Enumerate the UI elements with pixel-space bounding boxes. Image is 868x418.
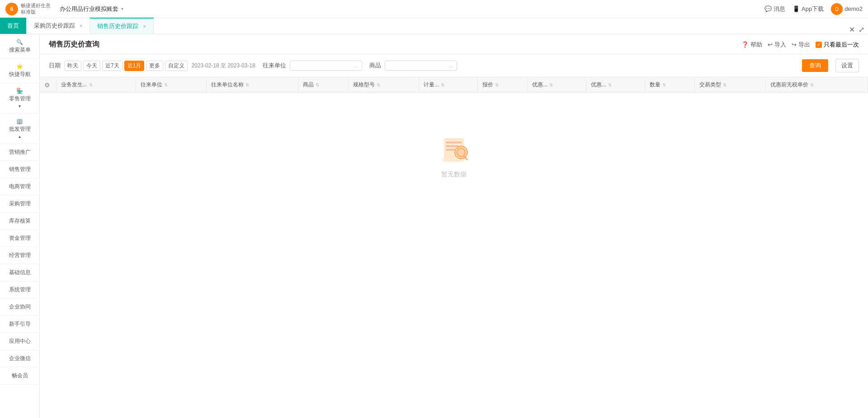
app-icon: 📱 <box>793 5 800 12</box>
import-icon: ↩ <box>768 41 773 48</box>
date-shortcuts: 昨天 今天 近7天 近1月 更多 自定义 <box>64 61 188 71</box>
partner-label: 往来单位 <box>263 62 286 70</box>
message-action[interactable]: 💬 消息 <box>764 5 785 13</box>
sort-biz-date-icon[interactable]: ⇅ <box>89 82 93 87</box>
breadcrumb-dropdown-icon[interactable]: ▾ <box>121 6 123 11</box>
sidebar-item-finance[interactable]: 资金管理 <box>0 230 39 247</box>
last-only-checkbox[interactable]: ✓ 只看最后一次 <box>816 41 859 49</box>
sidebar-item-enterprise[interactable]: 企业协同 <box>0 299 39 316</box>
sidebar-item-retail[interactable]: 🏪 零售管理 ▾ <box>0 83 39 114</box>
th-partner-code: 往来单位 ⇅ <box>136 77 207 93</box>
logo-icon: 6 <box>5 3 18 15</box>
date-btn-custom[interactable]: 自定义 <box>165 61 188 71</box>
logo-area: 6 畅捷通好生意 标准版 <box>5 3 51 15</box>
svg-rect-3 <box>446 145 458 147</box>
tab-sales-close[interactable]: × <box>143 24 146 29</box>
sort-discount1-icon[interactable]: ⇅ <box>549 82 553 87</box>
sidebar-item-wechat[interactable]: 企业微信 <box>0 350 39 367</box>
query-button[interactable]: 查询 <box>802 59 828 72</box>
partner-input[interactable]: ... <box>290 61 362 71</box>
checkbox-icon: ✓ <box>816 42 822 48</box>
help-icon: ❓ <box>741 41 749 48</box>
content-area: 销售历史价查询 ❓ 帮助 ↩ 导入 ↪ 导出 ✓ <box>40 34 868 418</box>
th-discount1: 优惠... ⇅ <box>528 77 586 93</box>
retail-icon: 🏪 <box>16 88 23 94</box>
page-actions: ❓ 帮助 ↩ 导入 ↪ 导出 ✓ 只看最后一次 <box>741 41 859 49</box>
date-btn-last7[interactable]: 近7天 <box>102 61 123 71</box>
tabs-right: ✕ ⤢ <box>849 25 868 34</box>
table-area: ⚙ 业务发生... ⇅ 往来单位 ⇅ <box>40 77 868 418</box>
sidebar-item-marketing[interactable]: 营销推广 <box>0 144 39 161</box>
sidebar-item-sales-mgmt[interactable]: 销售管理 <box>0 161 39 178</box>
sort-pretax-icon[interactable]: ⇅ <box>810 82 814 87</box>
user-action[interactable]: D demo2 <box>831 3 863 15</box>
th-trade-type: 交易类型 ⇅ <box>694 77 765 93</box>
date-btn-today[interactable]: 今天 <box>83 61 100 71</box>
sort-unit-icon[interactable]: ⇅ <box>441 82 444 87</box>
page-title-row: 销售历史价查询 ❓ 帮助 ↩ 导入 ↪ 导出 ✓ <box>49 40 859 49</box>
sidebar-item-basic[interactable]: 基础信息 <box>0 264 39 281</box>
svg-rect-2 <box>446 142 462 143</box>
sidebar-item-system[interactable]: 系统管理 <box>0 281 39 299</box>
export-btn[interactable]: ↪ 导出 <box>792 41 810 49</box>
sidebar-item-purchase[interactable]: 采购管理 <box>0 195 39 213</box>
sort-spec-icon[interactable]: ⇅ <box>377 82 380 87</box>
product-label: 商品 <box>369 62 381 70</box>
gear-icon[interactable]: ⚙ <box>44 81 50 89</box>
sort-quote-icon[interactable]: ⇅ <box>495 82 499 87</box>
sidebar-item-ecommerce[interactable]: 电商管理 <box>0 178 39 195</box>
import-btn[interactable]: ↩ 导入 <box>768 41 786 49</box>
tab-purchase-close[interactable]: × <box>80 23 82 28</box>
th-discount2: 优惠... ⇅ <box>586 77 645 93</box>
sidebar-item-inventory[interactable]: 库存核算 <box>0 213 39 230</box>
sort-trade-type-icon[interactable]: ⇅ <box>723 82 726 87</box>
th-spec: 规格型号 ⇅ <box>348 77 419 93</box>
close-tabs-icon[interactable]: ✕ <box>849 25 855 34</box>
app-download-action[interactable]: 📱 App下载 <box>793 5 824 13</box>
tab-home-label: 首页 <box>7 22 19 30</box>
tab-purchase[interactable]: 采购历史价跟踪 × <box>27 18 90 34</box>
sort-quantity-icon[interactable]: ⇅ <box>662 82 666 87</box>
svg-rect-4 <box>446 149 455 151</box>
help-btn[interactable]: ❓ 帮助 <box>741 41 762 49</box>
top-bar-center: 办公用品行业模拟账套 ▾ <box>60 5 755 13</box>
sort-product-icon[interactable]: ⇅ <box>316 82 319 87</box>
sidebar: 🔍 搜索菜单 ⭐ 快捷导航 🏪 零售管理 ▾ 🏢 批发管理 ▴ 营销推广 销售管… <box>0 34 40 418</box>
product-input[interactable]: ... <box>385 61 457 71</box>
sidebar-item-apps[interactable]: 应用中心 <box>0 333 39 350</box>
sidebar-item-search[interactable]: 🔍 搜索菜单 <box>0 34 39 59</box>
search-icon: 🔍 <box>16 39 23 45</box>
date-btn-more[interactable]: 更多 <box>146 61 163 71</box>
th-unit: 计量... ⇅ <box>419 77 478 93</box>
page-title: 销售历史价查询 <box>49 40 99 49</box>
tabs-bar: 首页 采购历史价跟踪 × 销售历史价跟踪 × ✕ ⤢ <box>0 18 868 34</box>
th-product: 商品 ⇅ <box>298 77 348 93</box>
date-filter-group: 日期 昨天 今天 近7天 近1月 更多 自定义 2023-02-18 至 202… <box>49 61 255 71</box>
retail-arrow-icon: ▾ <box>19 104 21 109</box>
sidebar-item-wholesale[interactable]: 🏢 批发管理 ▴ <box>0 114 39 144</box>
date-label: 日期 <box>49 62 61 70</box>
page-header: 销售历史价查询 ❓ 帮助 ↩ 导入 ↪ 导出 ✓ <box>40 34 868 54</box>
data-table: ⚙ 业务发生... ⇅ 往来单位 ⇅ <box>40 77 868 93</box>
date-btn-last1m[interactable]: 近1月 <box>124 61 145 71</box>
sort-partner-name-icon[interactable]: ⇅ <box>245 82 249 87</box>
maximize-icon[interactable]: ⤢ <box>859 25 864 34</box>
logo-text: 畅捷通好生意 标准版 <box>21 3 51 14</box>
partner-filter-group: 往来单位 ... <box>263 61 362 71</box>
tab-sales[interactable]: 销售历史价跟踪 × <box>90 18 153 34</box>
sidebar-item-vip[interactable]: 畅会员 <box>0 367 39 385</box>
date-btn-yesterday[interactable]: 昨天 <box>64 61 81 71</box>
sidebar-item-shortcut[interactable]: ⭐ 快捷导航 <box>0 59 39 83</box>
sidebar-item-guide[interactable]: 新手引导 <box>0 316 39 333</box>
settings-button[interactable]: 设置 <box>835 59 859 72</box>
th-quantity: 数量 ⇅ <box>645 77 694 93</box>
tab-home[interactable]: 首页 <box>0 18 27 34</box>
sort-partner-code-icon[interactable]: ⇅ <box>164 82 168 87</box>
top-bar-right: 💬 消息 📱 App下载 D demo2 <box>764 3 863 15</box>
tab-purchase-label: 采购历史价跟踪 <box>34 22 75 30</box>
export-icon: ↪ <box>792 41 797 48</box>
sort-discount2-icon[interactable]: ⇅ <box>608 82 612 87</box>
main-layout: 🔍 搜索菜单 ⭐ 快捷导航 🏪 零售管理 ▾ 🏢 批发管理 ▴ 营销推广 销售管… <box>0 34 868 418</box>
message-icon: 💬 <box>764 5 772 12</box>
sidebar-item-operation[interactable]: 经营管理 <box>0 247 39 264</box>
